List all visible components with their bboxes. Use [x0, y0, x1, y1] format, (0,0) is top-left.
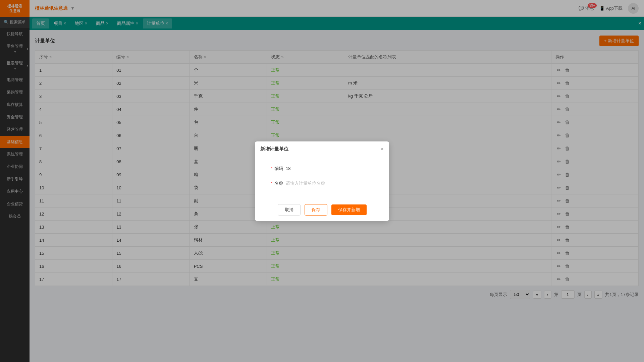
- add-unit-modal: 新增计量单位 × * 编码 * 名称 取消 保存 保存并新增: [255, 141, 389, 221]
- modal-close-button[interactable]: ×: [381, 146, 384, 152]
- code-input[interactable]: [286, 164, 381, 173]
- modal-overlay[interactable]: 新增计量单位 × * 编码 * 名称 取消 保存 保存并新增: [0, 0, 644, 362]
- modal-title: 新增计量单位: [260, 146, 288, 152]
- modal-header: 新增计量单位 ×: [255, 141, 389, 157]
- name-label: * 名称: [263, 180, 283, 186]
- modal-footer: 取消 保存 保存并新增: [255, 200, 389, 221]
- form-row-code: * 编码: [263, 164, 381, 173]
- save-button[interactable]: 保存: [305, 204, 327, 216]
- modal-body: * 编码 * 名称: [255, 157, 389, 200]
- required-mark: *: [271, 166, 272, 171]
- code-label: * 编码: [263, 166, 283, 172]
- name-input[interactable]: [286, 179, 381, 188]
- required-mark-name: *: [271, 181, 272, 186]
- save-and-new-button[interactable]: 保存并新增: [331, 204, 367, 215]
- form-row-name: * 名称: [263, 179, 381, 188]
- cancel-button[interactable]: 取消: [278, 204, 301, 216]
